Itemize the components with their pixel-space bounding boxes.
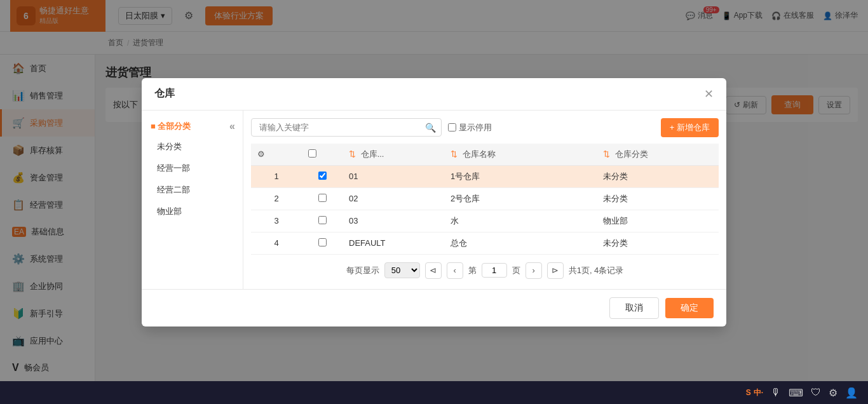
modal-header: 仓库 ✕ [142,78,726,111]
warehouse-modal: 仓库 ✕ ■ 全部分类 « 未分类 经营一部 经营二部 物业部 [142,78,726,327]
search-box: 🔍 [251,118,442,137]
close-icon[interactable]: ✕ [704,87,714,101]
cell-code: 02 [342,187,444,210]
warehouse-table: ⚙ ⇅ 仓库... ⇅ 仓库名称 [251,144,719,255]
modal-title: 仓库 [154,87,175,100]
cell-category: 未分类 [597,187,719,210]
cell-code: DEFAULT [342,232,444,254]
table-body: 1 01 1号仓库 未分类 2 02 2号仓库 未分类 3 03 水 物业部 4… [251,165,719,254]
next-page-button[interactable]: › [526,262,542,279]
category-operations1[interactable]: 经营一部 [142,158,243,179]
cell-index: 3 [251,210,302,232]
row-checkbox[interactable] [318,238,327,246]
add-warehouse-button[interactable]: + 新增仓库 [661,118,719,137]
cell-index: 1 [251,165,302,187]
sort-icon-code: ⇅ [349,149,356,159]
sort-icon-name: ⇅ [451,149,458,159]
category-property[interactable]: 物业部 [142,201,243,222]
table-container: ⚙ ⇅ 仓库... ⇅ 仓库名称 [251,144,719,255]
mic-icon[interactable]: 🎙 [771,387,781,398]
settings-bottom-icon[interactable]: ⚙ [829,387,837,399]
search-icon[interactable]: 🔍 [425,123,436,133]
table-header: ⚙ ⇅ 仓库... ⇅ 仓库名称 [251,144,719,166]
all-categories-label: ■ 全部分类 [151,121,191,132]
category-operations2[interactable]: 经营二部 [142,179,243,201]
show-disabled-checkbox[interactable] [448,123,456,131]
modal-toolbar: 🔍 显示停用 + 新增仓库 [251,118,719,137]
th-category[interactable]: ⇅ 仓库分类 [597,144,719,166]
cell-code: 03 [342,210,444,232]
th-name[interactable]: ⇅ 仓库名称 [444,144,597,166]
search-input[interactable] [257,119,425,136]
first-page-button[interactable]: ⊲ [425,262,442,279]
bottom-logo: S 中· [746,387,763,398]
pagination: 每页显示 50 100 ⊲ ‹ 第 页 › ⊳ 共1页, 4条记录 [251,255,719,281]
keyboard-icon[interactable]: ⌨ [789,387,803,399]
cell-checkbox [302,232,342,254]
th-gear: ⚙ [251,144,302,166]
cell-name: 水 [444,210,597,232]
cell-category: 未分类 [597,165,719,187]
cell-checkbox [302,187,342,210]
sort-icon-category: ⇅ [603,149,610,159]
cell-name: 总仓 [444,232,597,254]
category-unclassified[interactable]: 未分类 [142,136,243,158]
row-checkbox[interactable] [318,216,327,224]
table-row[interactable]: 3 03 水 物业部 [251,210,719,232]
modal-overlay[interactable]: 仓库 ✕ ■ 全部分类 « 未分类 经营一部 经营二部 物业部 [0,0,868,404]
cell-category: 物业部 [597,210,719,232]
all-categories[interactable]: ■ 全部分类 « [142,117,243,136]
bottom-bar: S 中· 🎙 ⌨ 🛡 ⚙ 👤 [0,381,868,404]
cell-name: 2号仓库 [444,187,597,210]
page-number-input[interactable] [482,263,507,278]
confirm-button[interactable]: 确定 [665,298,714,318]
last-page-button[interactable]: ⊳ [547,262,564,279]
row-checkbox[interactable] [318,172,327,180]
cell-checkbox [302,210,342,232]
table-row[interactable]: 4 DEFAULT 总仓 未分类 [251,232,719,254]
per-page-select[interactable]: 50 100 [384,262,420,278]
modal-content: 🔍 显示停用 + 新增仓库 ⚙ [243,111,726,289]
cell-category: 未分类 [597,232,719,254]
th-code[interactable]: ⇅ 仓库... [342,144,444,166]
show-disabled-label: 显示停用 [448,122,492,133]
select-all-checkbox[interactable] [308,149,316,158]
table-row[interactable]: 1 01 1号仓库 未分类 [251,165,719,187]
table-row[interactable]: 2 02 2号仓库 未分类 [251,187,719,210]
shield-icon[interactable]: 🛡 [811,387,821,398]
cell-checkbox [302,165,342,187]
page-label: 第 [468,265,477,276]
cell-name: 1号仓库 [444,165,597,187]
cell-index: 2 [251,187,302,210]
category-sidebar: ■ 全部分类 « 未分类 经营一部 经营二部 物业部 [142,111,243,289]
page-unit-label: 页 [512,265,520,276]
user-bottom-icon[interactable]: 👤 [845,387,858,399]
per-page-label: 每页显示 [346,265,379,276]
prev-page-button[interactable]: ‹ [447,262,463,279]
collapse-button[interactable]: « [229,121,235,132]
modal-footer: 取消 确定 [142,289,726,327]
cancel-button[interactable]: 取消 [609,297,659,319]
total-info: 共1页, 4条记录 [569,265,624,276]
cell-index: 4 [251,232,302,254]
modal-body: ■ 全部分类 « 未分类 经营一部 经营二部 物业部 🔍 [142,111,726,289]
th-checkbox [302,144,342,166]
row-checkbox[interactable] [318,194,327,202]
cell-code: 01 [342,165,444,187]
